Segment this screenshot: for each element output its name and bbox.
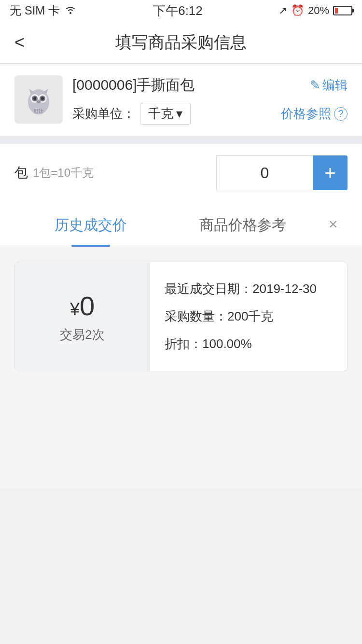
svg-text:野计: 野计 [34,109,43,114]
svg-point-8 [36,99,41,103]
battery-percent: 20% [308,4,329,17]
product-image: 野计 [14,75,63,124]
location-icon: ↗ [278,4,287,17]
tab-close-button[interactable]: × [319,210,348,239]
svg-point-7 [41,97,44,100]
status-time: 下午6:12 [153,2,203,19]
wifi-icon [64,4,77,17]
quantity-row: 包 1包=10千克 0 + [0,144,362,202]
quantity-input[interactable]: 0 [216,155,313,190]
transaction-details: 最近成交日期：2019-12-30 采购数量：200千克 折扣：100.00% [150,262,347,371]
discount-label: 折扣： [165,336,202,351]
tabs-container: 历史成交价 商品价格参考 × [0,202,362,247]
svg-point-0 [70,12,71,14]
status-left: 无 SIM 卡 [10,3,77,18]
purchase-unit-label: 采购单位： [72,105,135,122]
currency-symbol: ¥ [70,299,80,319]
battery-icon [333,6,352,15]
edit-icon: ✎ [310,78,320,93]
transaction-count: 交易2次 [60,326,104,343]
purchase-unit: 采购单位： 千克 ▾ [72,103,191,125]
section-divider [0,136,362,144]
quantity-unit-info: 1包=10千克 [33,165,216,181]
svg-point-6 [33,97,36,100]
quantity-input-area: 0 + [216,155,348,190]
recent-date-row: 最近成交日期：2019-12-30 [165,280,333,298]
tab-history-price-label: 历史成交价 [55,217,127,233]
discount-row: 折扣：100.00% [165,335,333,353]
purchase-qty-value: 200千克 [227,309,273,323]
content-area: ¥0 交易2次 最近成交日期：2019-12-30 采购数量：200千克 折扣：… [0,247,362,489]
help-icon: ? [334,107,348,121]
unit-select[interactable]: 千克 ▾ [140,103,191,125]
alarm-icon: ⏰ [291,4,304,17]
unit-value: 千克 [148,105,173,122]
transaction-price-section: ¥0 交易2次 [15,262,150,371]
nav-bar: < 填写商品采购信息 [0,21,362,64]
page-title: 填写商品采购信息 [43,31,319,54]
price-value: 0 [80,291,95,321]
purchase-qty-row: 采购数量：200千克 [165,307,333,326]
status-right: ↗ ⏰ 20% [278,4,352,17]
edit-label: 编辑 [322,77,348,94]
dropdown-icon: ▾ [176,106,182,121]
tab-product-price-ref-label: 商品价格参考 [199,217,286,233]
product-owl-icon: 野计 [19,80,58,119]
recent-date-value: 2019-12-30 [252,281,317,296]
product-name: [0000006]手撕面包 [72,75,195,95]
product-header: [0000006]手撕面包 ✎ 编辑 [72,75,348,95]
purchase-qty-label: 采购数量： [165,309,227,323]
transaction-price: ¥0 [70,290,95,322]
recent-date-label: 最近成交日期： [165,281,252,296]
transaction-card: ¥0 交易2次 最近成交日期：2019-12-30 采购数量：200千克 折扣：… [14,262,348,371]
status-bar: 无 SIM 卡 下午6:12 ↗ ⏰ 20% [0,0,362,21]
price-reference-button[interactable]: 价格参照 ? [281,105,348,122]
discount-value: 100.00% [202,336,252,351]
purchase-row: 采购单位： 千克 ▾ 价格参照 ? [72,103,348,125]
quantity-unit-label: 包 [14,164,28,182]
price-ref-label: 价格参照 [281,105,331,122]
product-info: [0000006]手撕面包 ✎ 编辑 采购单位： 千克 ▾ 价格参照 ? [72,75,348,125]
tab-history-price[interactable]: 历史成交价 [14,202,167,247]
quantity-plus-button[interactable]: + [313,155,348,190]
tab-product-price-ref[interactable]: 商品价格参考 [167,202,319,247]
product-card: 野计 [0000006]手撕面包 ✎ 编辑 采购单位： 千克 ▾ 价格参照 ? [0,64,362,136]
signal-text: 无 SIM 卡 [10,3,60,18]
edit-button[interactable]: ✎ 编辑 [310,77,348,94]
back-button[interactable]: < [14,32,43,53]
